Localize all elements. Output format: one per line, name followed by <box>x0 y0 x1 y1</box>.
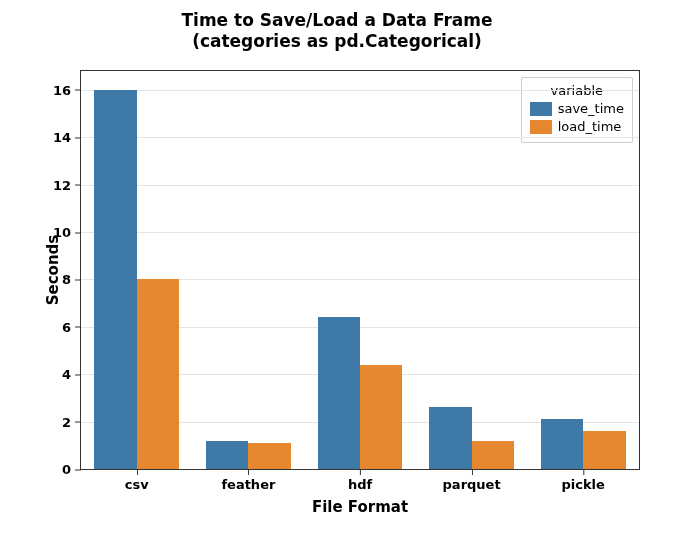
legend: variable save_time load_time <box>521 77 633 143</box>
y-tick-label: 14 <box>53 130 81 145</box>
chart-title: Time to Save/Load a Data Frame (categori… <box>0 10 674 53</box>
gridline <box>81 137 639 138</box>
y-tick-label: 0 <box>62 462 81 477</box>
y-tick-label: 4 <box>62 367 81 382</box>
x-axis-label: File Format <box>80 498 640 516</box>
y-tick-label: 12 <box>53 177 81 192</box>
x-tick-label: pickle <box>561 469 604 492</box>
x-tick-label: hdf <box>348 469 372 492</box>
bar-load <box>472 441 514 469</box>
bar-save <box>94 90 136 469</box>
y-tick-label: 10 <box>53 225 81 240</box>
bar-load <box>583 431 625 469</box>
gridline <box>81 232 639 233</box>
bar-save <box>206 441 248 469</box>
legend-item-save: save_time <box>530 100 624 118</box>
legend-item-load: load_time <box>530 118 624 136</box>
bar-load <box>360 365 402 469</box>
legend-label-load: load_time <box>558 118 622 136</box>
legend-swatch-load <box>530 120 552 134</box>
bar-load <box>137 279 179 469</box>
bar-save <box>429 407 471 469</box>
gridline <box>81 185 639 186</box>
bar-save <box>318 317 360 469</box>
legend-swatch-save <box>530 102 552 116</box>
gridline <box>81 90 639 91</box>
bar-load <box>248 443 290 469</box>
plot-area: variable save_time load_time 02468101214… <box>80 70 640 470</box>
bar-save <box>541 419 583 469</box>
y-tick-label: 8 <box>62 272 81 287</box>
legend-label-save: save_time <box>558 100 624 118</box>
y-axis-label: Seconds <box>44 235 62 306</box>
y-tick-label: 6 <box>62 319 81 334</box>
x-tick-label: csv <box>125 469 149 492</box>
y-tick-label: 16 <box>53 82 81 97</box>
chart-figure: Time to Save/Load a Data Frame (categori… <box>0 0 674 535</box>
y-tick-label: 2 <box>62 414 81 429</box>
x-tick-label: feather <box>221 469 275 492</box>
x-tick-label: parquet <box>443 469 501 492</box>
